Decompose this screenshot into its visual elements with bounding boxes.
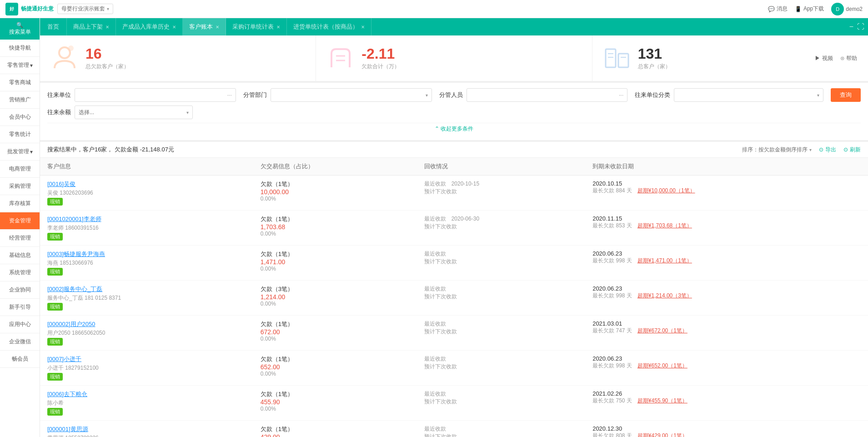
debt-amount-2[interactable]: 1,471.00 <box>261 258 410 266</box>
user-menu[interactable]: D demo2 <box>831 3 863 15</box>
sidebar-item-batch-mgmt[interactable]: 批发管理 ▾ <box>0 143 40 161</box>
debt-amount-7[interactable]: 429.00 <box>261 433 410 437</box>
tab-home[interactable]: 首页 <box>40 18 67 35</box>
tab-customer-account-close[interactable]: ✕ <box>216 25 219 30</box>
sidebar-item-retail-mall[interactable]: 零售商城 <box>0 74 40 91</box>
sort-select[interactable]: 排序：按欠款金额倒序排序 ▾ <box>742 146 812 154</box>
sort-label: 排序：按欠款金额倒序排序 <box>742 146 808 154</box>
customer-name-0[interactable]: [0016]吴俊 <box>47 181 75 187</box>
sidebar-item-basic-info[interactable]: 基础信息 <box>0 247 40 264</box>
tab-product-history-close[interactable]: ✕ <box>172 25 176 30</box>
customer-name-3[interactable]: [0002]服务中心_丁磊 <box>47 286 102 292</box>
overdue-amount-1[interactable]: 超期¥1,703.68（1笔） <box>637 222 692 229</box>
search-button[interactable]: 查询 <box>831 88 861 102</box>
results-amount: 欠款金额 -21,148.07元 <box>115 146 174 153</box>
sidebar-item-guide[interactable]: 新手引导 <box>0 299 40 316</box>
cell-collection-5: 最近收款 预计下次收款 <box>417 351 585 386</box>
top-bar-right: 💬 消息 📱 App下载 D demo2 <box>768 3 863 15</box>
sidebar-item-finance[interactable]: 资金管理 <box>0 212 40 230</box>
customer-name-4[interactable]: [000002]用户2050 <box>47 321 95 327</box>
sidebar-item-ecommerce[interactable]: 电商管理 <box>0 161 40 178</box>
sidebar-item-member[interactable]: 会员中心 <box>0 109 40 126</box>
results-header: 搜索结果中，客户16家， 欠款金额 -21,148.07元 排序：按欠款金额倒序… <box>40 142 868 158</box>
filter-balance-select[interactable]: 选择... ▾ <box>75 105 193 119</box>
debt-amount-6[interactable]: 455.90 <box>261 398 410 406</box>
tab-product-shelf[interactable]: 商品上下架 ✕ <box>67 18 116 35</box>
tab-minimize-btn[interactable]: − <box>849 23 853 31</box>
tab-fullscreen-btn[interactable]: ⛶ <box>857 23 864 31</box>
app-download-btn[interactable]: 📱 App下载 <box>795 5 824 13</box>
tab-product-shelf-close[interactable]: ✕ <box>105 25 109 30</box>
overdue-amount-3[interactable]: 超期¥1,214.00（3笔） <box>637 292 692 299</box>
store-name: 母婴行业演示账套 <box>61 5 105 13</box>
cell-overdue-6: 2021.02.26 最长欠款 750 天 超期¥455.90（1笔） <box>585 386 868 421</box>
debt-ratio-5: 0.00% <box>261 371 410 377</box>
customer-phone-2: 海燕 18513066976 <box>47 259 246 267</box>
tab-customer-account[interactable]: 客户账本 ✕ <box>183 18 226 35</box>
refresh-btn[interactable]: ⊙ 刷新 <box>843 146 861 154</box>
sidebar-item-inventory[interactable]: 库存核算 <box>0 195 40 212</box>
sidebar-item-apps[interactable]: 应用中心 <box>0 316 40 333</box>
debt-amount-1[interactable]: 1,703.68 <box>261 223 410 231</box>
collapse-bar[interactable]: ⌃ 收起更多条件 <box>47 123 861 135</box>
collection-next-7: 预计下次收款 <box>424 433 578 437</box>
tab-purchase-stats-close[interactable]: ✕ <box>276 25 280 30</box>
debt-count-3: 欠款（3笔） <box>261 285 410 293</box>
filter-person-input[interactable]: ··· <box>467 88 628 102</box>
customer-name-2[interactable]: [0003]畅捷服务尹海燕 <box>47 251 105 257</box>
export-btn[interactable]: ⊙ 导出 <box>819 146 836 154</box>
sidebar-item-vip[interactable]: 畅会员 <box>0 351 40 368</box>
sidebar-item-enterprise[interactable]: 企业协同 <box>0 281 40 299</box>
overdue-amount-4[interactable]: 超期¥672.00（1笔） <box>637 327 687 334</box>
tab-product-shelf-label: 商品上下架 <box>73 23 103 31</box>
tab-bar: 首页 商品上下架 ✕ 产成品入库单历史 ✕ 客户账本 ✕ 采购订单统计表 ✕ 进… <box>40 18 868 35</box>
overdue-amount-0[interactable]: 超期¥10,000.00（1笔） <box>637 187 695 194</box>
filter-dept-select[interactable]: ▾ <box>271 88 432 102</box>
sidebar-item-quick-nav[interactable]: 快捷导航 <box>0 40 40 57</box>
inventory-label: 库存核算 <box>9 200 31 206</box>
store-selector[interactable]: 母婴行业演示账套 ▾ <box>57 4 113 14</box>
overdue-days-2: 最长欠款 998 天 超期¥1,471.00（1笔） <box>592 257 861 265</box>
tab-purchase-product-stats-close[interactable]: ✕ <box>361 25 365 30</box>
stats-row: 16 总欠款客户（家） -2.11 欠款合计（万） <box>40 35 868 81</box>
customer-name-1[interactable]: [0001020001]李老师 <box>47 216 101 222</box>
overdue-amount-2[interactable]: 超期¥1,471.00（1笔） <box>637 257 692 264</box>
cell-overdue-7: 2020.12.30 最长欠款 808 天 超期¥429.00（1笔） <box>585 421 868 437</box>
sidebar-item-wechat[interactable]: 企业微信 <box>0 333 40 351</box>
tab-purchase-stats[interactable]: 采购订单统计表 ✕ <box>226 18 287 35</box>
view-video-btn[interactable]: ▶ 视频 <box>815 55 833 62</box>
debt-amount-3[interactable]: 1,214.00 <box>261 293 410 301</box>
sidebar-item-operations[interactable]: 经营管理 <box>0 230 40 247</box>
customer-name-7[interactable]: [000001]黄思源 <box>47 426 88 432</box>
filter-customer-input[interactable]: ··· <box>75 88 236 102</box>
overdue-date-2: 2020.06.23 <box>592 250 861 257</box>
cell-debt-info-2: 欠款（1笔） 1,471.00 0.00% <box>253 246 417 281</box>
customer-name-6[interactable]: [0006]去下粮仓 <box>47 391 87 397</box>
overdue-amount-5[interactable]: 超期¥652.00（1笔） <box>637 362 687 369</box>
sidebar-item-marketing[interactable]: 营销推广 <box>0 91 40 109</box>
filter-category-select[interactable]: ▾ <box>674 88 823 102</box>
table-row: [0002]服务中心_丁磊 服务中心_丁磊 181 0125 8371 现销 欠… <box>40 281 868 316</box>
sidebar-item-retail-mgmt[interactable]: 零售管理 ▾ <box>0 57 40 74</box>
message-btn[interactable]: 💬 消息 <box>768 5 788 13</box>
sidebar-item-system[interactable]: 系统管理 <box>0 264 40 281</box>
stat-icon-debt-customers <box>51 45 78 72</box>
quick-nav-label: 快捷导航 <box>9 45 31 51</box>
debt-count-7: 欠款（1笔） <box>261 425 410 433</box>
tab-purchase-product-stats[interactable]: 进货单统计表（按商品） ✕ <box>287 18 371 35</box>
debt-count-6: 欠款（1笔） <box>261 390 410 398</box>
customer-name-5[interactable]: [0007]小迸千 <box>47 356 81 362</box>
overdue-amount-6[interactable]: 超期¥455.90（1笔） <box>637 397 687 404</box>
tab-product-history[interactable]: 产成品入库单历史 ✕ <box>116 18 183 35</box>
tab-product-history-label: 产成品入库单历史 <box>122 23 170 31</box>
help-btn[interactable]: ⊙ 帮助 <box>840 55 857 62</box>
debt-amount-0[interactable]: 10,000.00 <box>261 188 410 196</box>
debt-amount-5[interactable]: 652.00 <box>261 363 410 371</box>
table-row: [000002]用户2050 用户2050 18665062050 现销 欠款（… <box>40 316 868 351</box>
sidebar-item-purchase[interactable]: 采购管理 <box>0 178 40 195</box>
debt-amount-4[interactable]: 672.00 <box>261 328 410 336</box>
sidebar-item-retail-stats[interactable]: 零售统计 <box>0 126 40 143</box>
overdue-amount-7[interactable]: 超期¥429.00（1笔） <box>637 432 687 437</box>
overdue-days-7: 最长欠款 808 天 超期¥429.00（1笔） <box>592 432 861 437</box>
sidebar-search[interactable]: 🔍 搜索菜单 <box>0 18 40 40</box>
